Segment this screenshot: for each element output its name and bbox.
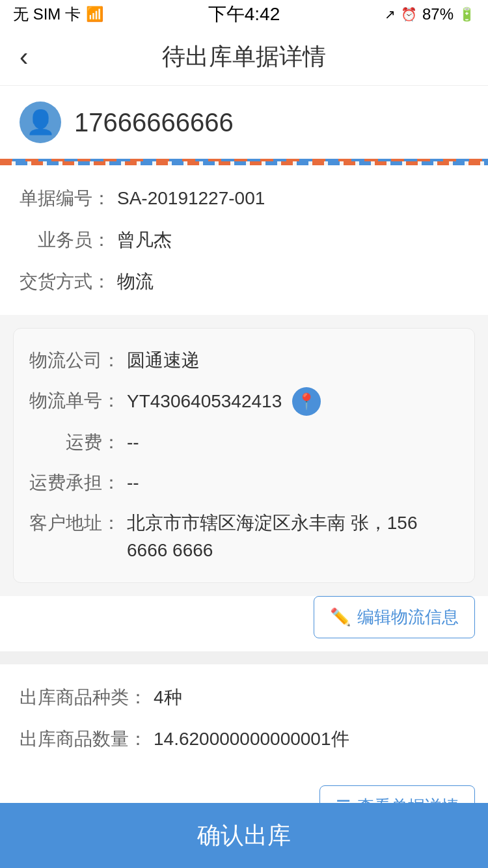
freight-row: 运费： -- (29, 429, 459, 456)
tracking-no-row: 物流单号： YT4306405342413 📍 (29, 387, 459, 416)
tracking-no-text: YT4306405342413 (127, 388, 282, 415)
avatar: 👤 (20, 102, 61, 143)
logistics-company-row: 物流公司： 圆通速递 (29, 347, 459, 374)
location-pin-icon: 📍 (297, 390, 316, 413)
avatar-icon: 👤 (26, 109, 55, 136)
tracking-location-button[interactable]: 📍 (292, 387, 321, 416)
document-no-label: 单据编号： (20, 185, 111, 212)
document-no-row: 单据编号： SA-20191227-001 (20, 185, 468, 212)
freight-label: 运费： (29, 429, 120, 456)
tracking-no-label: 物流单号： (29, 387, 120, 414)
location-status-icon: ↗ (385, 7, 396, 22)
goods-type-value: 4种 (154, 684, 182, 711)
page-title: 待出库单据详情 (162, 41, 326, 73)
sim-label: 无 SIM 卡 (13, 4, 81, 25)
goods-type-row: 出库商品种类： 4种 (20, 684, 468, 711)
nav-bar: ‹ 待出库单据详情 (0, 29, 488, 86)
document-no-value: SA-20191227-001 (117, 185, 468, 212)
status-right: ↗ ⏰ 87% 🔋 (385, 5, 475, 23)
edit-btn-label: 编辑物流信息 (357, 606, 459, 629)
delivery-method-row: 交货方式： 物流 (20, 268, 468, 295)
confirm-button[interactable]: 确认出库 (0, 803, 488, 868)
freight-value: -- (127, 429, 459, 456)
logistics-card: 物流公司： 圆通速递 物流单号： YT4306405342413 📍 运费： -… (13, 328, 475, 583)
phone-header: 👤 17666666666 (0, 86, 488, 161)
wifi-icon: 📶 (86, 6, 103, 23)
back-button[interactable]: ‹ (20, 42, 28, 72)
phone-number: 17666666666 (74, 108, 234, 137)
logistics-company-value: 圆通速递 (127, 347, 459, 374)
goods-quantity-value: 14.620000000000001件 (154, 726, 349, 753)
customer-address-row: 客户地址： 北京市市辖区海淀区永丰南 张，156 6666 6666 (29, 509, 459, 564)
delivery-method-label: 交货方式： (20, 268, 111, 295)
goods-quantity-row: 出库商品数量： 14.620000000000001件 (20, 726, 468, 753)
goods-section: 出库商品种类： 4种 出库商品数量： 14.620000000000001件 (0, 664, 488, 772)
status-left: 无 SIM 卡 📶 (13, 4, 103, 25)
status-time: 下午4:42 (208, 2, 280, 27)
battery-icon: 🔋 (459, 7, 475, 22)
goods-quantity-label: 出库商品数量： (20, 726, 147, 753)
edit-icon: ✏️ (330, 607, 351, 627)
freight-bearer-value: -- (127, 469, 459, 496)
edit-btn-row: ✏️ 编辑物流信息 (0, 596, 488, 651)
alarm-icon: ⏰ (401, 7, 417, 22)
confirm-button-label: 确认出库 (197, 820, 291, 852)
delivery-method-value: 物流 (117, 268, 468, 295)
customer-address-value: 北京市市辖区海淀区永丰南 张，156 6666 6666 (127, 509, 459, 564)
sales-person-value: 曾凡杰 (117, 226, 468, 254)
edit-logistics-button[interactable]: ✏️ 编辑物流信息 (314, 596, 475, 638)
battery-label: 87% (422, 5, 454, 23)
tracking-no-value-container: YT4306405342413 📍 (127, 387, 459, 416)
status-bar: 无 SIM 卡 📶 下午4:42 ↗ ⏰ 87% 🔋 (0, 0, 488, 29)
freight-bearer-label: 运费承担： (29, 469, 120, 496)
sales-person-label: 业务员： (20, 226, 111, 254)
section-divider (0, 651, 488, 664)
basic-info-section: 单据编号： SA-20191227-001 业务员： 曾凡杰 交货方式： 物流 (0, 165, 488, 315)
sales-person-row: 业务员： 曾凡杰 (20, 226, 468, 254)
customer-address-label: 客户地址： (29, 509, 120, 537)
goods-type-label: 出库商品种类： (20, 684, 147, 711)
logistics-company-label: 物流公司： (29, 347, 120, 374)
freight-bearer-row: 运费承担： -- (29, 469, 459, 496)
